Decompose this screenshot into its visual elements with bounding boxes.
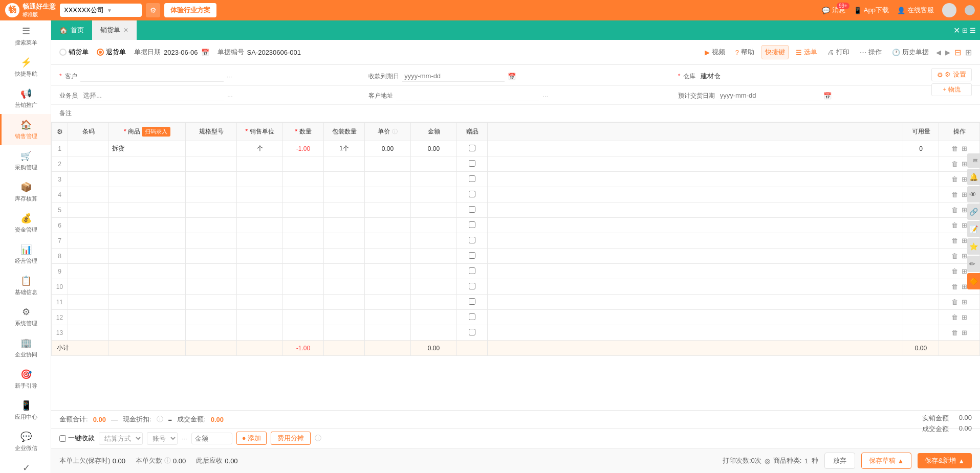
table-view-icon[interactable]: ⊟ [954, 48, 961, 57]
cell-gift[interactable] [457, 202, 488, 218]
delete-row-icon[interactable]: 🗑 [951, 298, 958, 306]
select-btn[interactable]: ☰ 选单 [793, 46, 820, 59]
cell-barcode[interactable] [68, 156, 109, 172]
remarks-input[interactable] [76, 108, 383, 119]
delete-row-icon[interactable]: 🗑 [951, 237, 958, 244]
copy-row-icon[interactable]: ⊞ [962, 191, 967, 198]
card-view-icon[interactable]: ⊞ [965, 48, 972, 57]
col-settings-icon[interactable]: ⚙ [57, 128, 63, 136]
nav-next-icon[interactable]: ▶ [945, 49, 950, 56]
customer-input[interactable] [80, 71, 224, 82]
cell-barcode[interactable] [68, 218, 109, 233]
cell-barcode[interactable] [68, 295, 109, 310]
cell-spec[interactable] [186, 249, 237, 264]
cell-spec[interactable] [186, 156, 237, 172]
cell-product[interactable] [109, 325, 186, 341]
help-btn[interactable]: ? 帮助 [732, 46, 757, 59]
cell-product[interactable] [109, 156, 186, 172]
cell-product[interactable]: 拆货 [109, 141, 186, 156]
cell-pkg-qty[interactable] [324, 172, 365, 187]
cell-price[interactable] [365, 295, 411, 310]
cell-pkg-qty[interactable] [324, 233, 365, 249]
cell-qty[interactable] [283, 264, 324, 279]
cell-qty[interactable] [283, 156, 324, 172]
payment-checkbox[interactable] [59, 435, 66, 442]
delivery-date-input[interactable] [718, 90, 820, 101]
copy-row-icon[interactable]: ⊞ [962, 175, 967, 183]
settlement-method-select[interactable]: 结算方式 [99, 432, 143, 445]
cell-barcode[interactable] [68, 202, 109, 218]
video-btn[interactable]: ▶ 视频 [702, 46, 728, 59]
cell-unit[interactable] [237, 187, 283, 202]
col-settings-header[interactable]: ⚙ [52, 123, 68, 141]
payment-due-input[interactable] [402, 71, 505, 82]
fee-info-icon[interactable]: ⓘ [315, 434, 321, 443]
cell-barcode[interactable] [68, 233, 109, 249]
float-btn-1[interactable]: Itl [967, 153, 980, 168]
settings-button[interactable]: ⚙ [146, 3, 160, 17]
cell-product[interactable] [109, 218, 186, 233]
sidebar-item-purchase[interactable]: 🛒 采购管理 [0, 145, 51, 176]
cell-pkg-qty[interactable] [324, 264, 365, 279]
cell-gift[interactable] [457, 295, 488, 310]
copy-row-icon[interactable]: ⊞ [962, 329, 967, 336]
cell-spec[interactable] [186, 233, 237, 249]
calendar-icon[interactable]: 📅 [201, 49, 209, 56]
list-view-icon[interactable]: ☰ [970, 27, 976, 34]
salesperson-dots-icon[interactable]: ··· [227, 92, 233, 100]
copy-row-icon[interactable]: ⊞ [962, 237, 967, 244]
one-click-payment-checkbox[interactable]: 一键收款 [59, 434, 95, 443]
cell-pkg-qty[interactable] [324, 279, 365, 295]
grid-view-icon[interactable]: ⊞ [962, 27, 968, 34]
delete-row-icon[interactable]: 🗑 [951, 252, 958, 260]
cell-gift[interactable] [457, 325, 488, 341]
cell-barcode[interactable] [68, 325, 109, 341]
cell-amount[interactable] [411, 187, 457, 202]
cell-price[interactable] [365, 310, 411, 325]
delete-row-icon[interactable]: 🗑 [951, 206, 958, 214]
cell-product[interactable] [109, 264, 186, 279]
sidebar-item-wechat[interactable]: 💬 企业微信 [0, 426, 51, 457]
cell-price[interactable] [365, 172, 411, 187]
cell-amount[interactable] [411, 325, 457, 341]
delete-row-icon[interactable]: 🗑 [951, 175, 958, 183]
cell-gift[interactable] [457, 218, 488, 233]
cell-amount[interactable] [411, 249, 457, 264]
delete-row-icon[interactable]: 🗑 [951, 267, 958, 275]
cell-unit[interactable] [237, 325, 283, 341]
logistics-button[interactable]: + 物流 [931, 83, 972, 96]
setup-button[interactable]: ⚙ ⚙ 设置 [931, 68, 972, 81]
account-select[interactable]: 账号 [147, 432, 178, 445]
cell-barcode[interactable] [68, 187, 109, 202]
cell-unit[interactable] [237, 249, 283, 264]
cell-gift[interactable] [457, 187, 488, 202]
sidebar-item-apps[interactable]: 📱 应用中心 [0, 395, 51, 426]
close-icon[interactable]: ✕ [953, 26, 960, 35]
float-btn-8[interactable]: 🔶 [967, 273, 980, 289]
price-info-icon[interactable]: ⓘ [392, 128, 398, 134]
cell-amount[interactable] [411, 202, 457, 218]
tab-sales-order[interactable]: 销货单 ✕ [92, 20, 137, 40]
cell-price[interactable] [365, 156, 411, 172]
sidebar-item-guide[interactable]: 🎯 新手引导 [0, 364, 51, 395]
cell-qty[interactable] [283, 202, 324, 218]
radio-sales[interactable]: 销货单 [59, 48, 89, 57]
float-btn-2[interactable]: 🔔 [967, 169, 980, 185]
sidebar-item-operations[interactable]: 📊 经营管理 [0, 239, 51, 270]
app-download-btn[interactable]: 📱 App下载 [854, 6, 889, 15]
copy-row-icon[interactable]: ⊞ [962, 267, 967, 275]
account-dots-icon[interactable]: ··· [182, 435, 187, 442]
delete-row-icon[interactable]: 🗑 [951, 191, 958, 198]
cell-amount[interactable] [411, 218, 457, 233]
float-btn-4[interactable]: 🔗 [967, 204, 980, 220]
cell-unit[interactable]: 个 [237, 141, 283, 156]
float-btn-3[interactable]: 👁 [967, 186, 980, 202]
payment-calendar-icon[interactable]: 📅 [508, 73, 516, 80]
cell-gift[interactable] [457, 310, 488, 325]
sidebar-item-quicknav[interactable]: ⚡ 快捷导航 [0, 52, 51, 83]
cell-amount[interactable]: 0.00 [411, 141, 457, 156]
cell-unit[interactable] [237, 172, 283, 187]
cell-amount[interactable] [411, 279, 457, 295]
cell-pkg-qty[interactable] [324, 218, 365, 233]
delete-row-icon[interactable]: 🗑 [951, 160, 958, 168]
